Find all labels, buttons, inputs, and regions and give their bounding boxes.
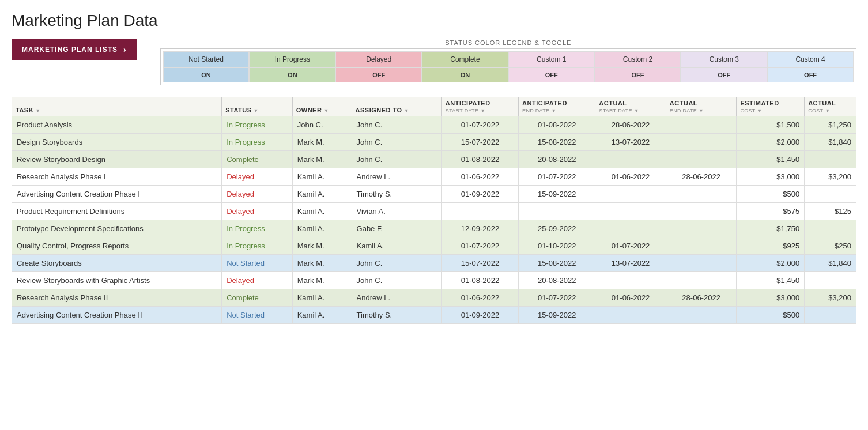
filter-icon-est_cost[interactable]: ▼ [756, 108, 763, 114]
table-header: TASK ▼STATUS ▼OWNER ▼ASSIGNED TO ▼ANTICI… [12, 97, 856, 116]
cell-act_cost: $1,250 [805, 116, 856, 134]
cell-act_end: 28-06-2022 [666, 289, 737, 307]
col-header-act_end: ACTUALEND DATE ▼ [666, 97, 737, 116]
cell-act_cost: $3,200 [805, 168, 856, 186]
chevron-icon: › [123, 45, 127, 54]
cell-act_cost [805, 151, 856, 168]
table-row: Review Storyboards with Graphic ArtistsD… [12, 272, 856, 289]
cell-ant_end: 01-08-2022 [519, 116, 595, 134]
marketing-plan-lists-button[interactable]: MARKETING PLAN LISTS › [12, 39, 137, 60]
page-title: Marketing Plan Data [12, 12, 856, 30]
col-header-ant_end: ANTICIPATEDEND DATE ▼ [519, 97, 595, 116]
cell-ant_start: 01-06-2022 [441, 168, 518, 186]
cell-est_cost: $2,000 [737, 134, 805, 151]
marketing-plan-table: TASK ▼STATUS ▼OWNER ▼ASSIGNED TO ▼ANTICI… [12, 97, 856, 324]
cell-ant_start: 15-07-2022 [441, 255, 518, 272]
filter-icon-act_cost[interactable]: ▼ [823, 108, 830, 114]
cell-est_cost: $925 [737, 237, 805, 255]
cell-act_start: 01-06-2022 [595, 289, 666, 307]
cell-status: In Progress [222, 134, 293, 151]
cell-act_end [666, 203, 737, 220]
cell-status: Delayed [222, 272, 293, 289]
cell-act_start [595, 272, 666, 289]
cell-status: Delayed [222, 186, 293, 203]
cell-status: In Progress [222, 116, 293, 134]
table-row: Advertising Content Creation Phase IINot… [12, 307, 856, 324]
cell-act_cost: $3,200 [805, 289, 856, 307]
cell-ant_start: 01-08-2022 [441, 151, 518, 168]
cell-task: Advertising Content Creation Phase II [12, 307, 222, 324]
table-row: Advertising Content Creation Phase IDela… [12, 186, 856, 203]
cell-assigned_to: John C. [352, 255, 441, 272]
cell-owner: Kamil A. [292, 168, 352, 186]
cell-act_cost [805, 186, 856, 203]
table-header-row: TASK ▼STATUS ▼OWNER ▼ASSIGNED TO ▼ANTICI… [12, 97, 856, 116]
cell-est_cost: $3,000 [737, 289, 805, 307]
cell-owner: Mark M. [292, 237, 352, 255]
cell-act_start: 01-07-2022 [595, 237, 666, 255]
col-header-ant_start: ANTICIPATEDSTART DATE ▼ [441, 97, 518, 116]
legend-status-toggle[interactable]: OFF [681, 67, 767, 82]
cell-task: Review Storyboard Design [12, 151, 222, 168]
cell-act_start: 13-07-2022 [595, 255, 666, 272]
cell-ant_end: 20-08-2022 [519, 272, 595, 289]
cell-ant_start: 01-07-2022 [441, 116, 518, 134]
cell-act_end [666, 134, 737, 151]
col-header-assigned_to: ASSIGNED TO ▼ [352, 97, 441, 116]
cell-act_cost [805, 307, 856, 324]
legend-status-toggle[interactable]: OFF [508, 67, 595, 82]
filter-icon-ant_end[interactable]: ▼ [549, 108, 556, 114]
cell-assigned_to: Andrew L. [352, 168, 441, 186]
cell-owner: Mark M. [292, 255, 352, 272]
legend-status-toggle[interactable]: ON [249, 67, 335, 82]
legend-status-name: Custom 2 [595, 51, 681, 67]
filter-icon-ant_start[interactable]: ▼ [478, 108, 485, 114]
cell-status: Not Started [222, 307, 293, 324]
cell-task: Prototype Development Specifications [12, 220, 222, 237]
filter-icon-act_start[interactable]: ▼ [632, 108, 639, 114]
filter-icon-assigned_to[interactable]: ▼ [402, 108, 409, 114]
cell-ant_end: 01-07-2022 [519, 289, 595, 307]
cell-ant_start: 01-09-2022 [441, 307, 518, 324]
cell-est_cost: $1,500 [737, 116, 805, 134]
filter-icon-owner[interactable]: ▼ [322, 108, 329, 114]
table-row: Prototype Development SpecificationsIn P… [12, 220, 856, 237]
cell-owner: John C. [292, 116, 352, 134]
cell-act_cost: $1,840 [805, 134, 856, 151]
col-header-task: TASK ▼ [12, 97, 222, 116]
cell-est_cost: $500 [737, 186, 805, 203]
cell-ant_end: 15-08-2022 [519, 134, 595, 151]
filter-icon-status[interactable]: ▼ [252, 108, 259, 114]
col-header-owner: OWNER ▼ [292, 97, 352, 116]
filter-icon-task[interactable]: ▼ [33, 108, 40, 114]
cell-est_cost: $1,450 [737, 272, 805, 289]
cell-task: Design Storyboards [12, 134, 222, 151]
table-row: Create StoryboardsNot StartedMark M.John… [12, 255, 856, 272]
cell-assigned_to: Vivian A. [352, 203, 441, 220]
legend-status-name: Complete [422, 51, 508, 67]
cell-act_start [595, 151, 666, 168]
cell-assigned_to: Gabe F. [352, 220, 441, 237]
cell-act_start [595, 307, 666, 324]
marketing-btn-label: MARKETING PLAN LISTS [22, 46, 118, 54]
cell-act_cost: $250 [805, 237, 856, 255]
cell-act_cost [805, 220, 856, 237]
legend-status-toggle[interactable]: OFF [767, 67, 854, 82]
legend-status-toggle[interactable]: ON [422, 67, 508, 82]
cell-act_cost [805, 272, 856, 289]
cell-est_cost: $575 [737, 203, 805, 220]
legend-status-name: In Progress [249, 51, 335, 67]
legend-status-toggle[interactable]: OFF [335, 67, 422, 82]
table-row: Research Analysis Phase IDelayedKamil A.… [12, 168, 856, 186]
filter-icon-act_end[interactable]: ▼ [697, 108, 704, 114]
cell-ant_start: 01-09-2022 [441, 186, 518, 203]
legend-status-toggle[interactable]: OFF [595, 67, 681, 82]
cell-status: Delayed [222, 168, 293, 186]
cell-ant_start: 01-07-2022 [441, 237, 518, 255]
legend-status-toggle[interactable]: ON [163, 67, 250, 82]
cell-owner: Mark M. [292, 151, 352, 168]
legend-container: STATUS COLOR LEGEND & TOGGLE Not Started… [160, 39, 856, 85]
cell-act_end [666, 272, 737, 289]
legend-status-name: Custom 1 [508, 51, 595, 67]
cell-task: Advertising Content Creation Phase I [12, 186, 222, 203]
